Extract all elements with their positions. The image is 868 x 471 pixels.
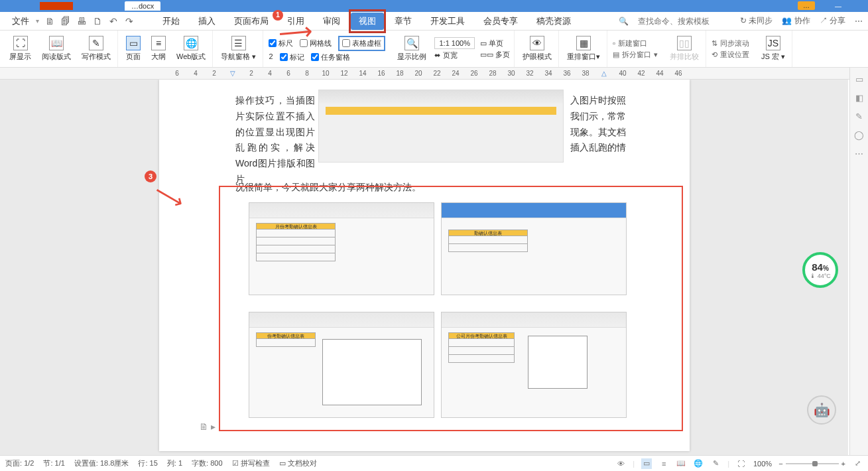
save-icon[interactable]: 🗎 <box>44 16 55 27</box>
status-doc-proof[interactable]: ▭ 文档校对 <box>279 458 317 468</box>
undo-icon[interactable]: ↶ <box>108 16 119 27</box>
new-window-button[interactable]: ▫ 新建窗口 <box>613 38 658 48</box>
document-tab[interactable]: …docx <box>125 1 160 11</box>
embedded-image-top[interactable] <box>318 90 564 163</box>
annotation-badge-3: 3 <box>145 170 156 182</box>
app-logo <box>40 2 73 10</box>
embedded-screenshot-4[interactable]: 公司月份考勤确认信息表 <box>441 312 627 418</box>
ribbon: ⛶屏显示 📖阅读版式 ✎写作模式 ▭页面 ≡大纲 🌐Web版式 ☰导航窗格 ▾ … <box>0 31 868 68</box>
document-page[interactable]: 操作技巧，当插图片实际位置不插入的位置显出现图片乱跑的实，解决 Word图片排版… <box>159 80 690 451</box>
tab-view[interactable]: 视图 <box>351 13 384 30</box>
minimize-icon[interactable]: — <box>835 3 841 10</box>
gridlines-checkbox[interactable]: 网格线 <box>300 36 332 51</box>
collab-button[interactable]: 👥 协作 <box>782 15 810 27</box>
js-macro-button[interactable]: JSJS 宏 ▾ <box>759 34 788 63</box>
display-options: 标尺 网格线 表格虚框 2 标记 任务窗格 <box>265 34 389 64</box>
split-window-button[interactable]: ▤ 拆分窗口▾ <box>613 50 658 60</box>
sidebar-select-icon[interactable]: ▭ <box>853 73 865 85</box>
page-indicator-icon: 🗎 ▸ <box>199 421 216 432</box>
zoom-ratio-button[interactable]: 🔍显示比例 <box>395 34 429 63</box>
title-bar: …docx … — <box>0 0 868 12</box>
print-preview-icon[interactable]: 🗋 <box>92 16 103 27</box>
status-ruler-setting: 设置值: 18.8厘米 <box>74 458 129 468</box>
reset-position-button: ⟲ 重设位置 <box>712 50 749 60</box>
window-controls: — <box>835 0 841 12</box>
tab-member[interactable]: 会员专享 <box>475 13 526 30</box>
status-spellcheck[interactable]: ☑ 拼写检查 <box>232 458 270 468</box>
print-icon[interactable]: 🖶 <box>76 16 87 27</box>
tab-resources[interactable]: 稿壳资源 <box>528 13 579 30</box>
tab-start[interactable]: 开始 <box>155 13 188 30</box>
tab-dev-tools[interactable]: 开发工具 <box>422 13 473 30</box>
single-page-button[interactable]: ▭ 单页 <box>480 38 510 48</box>
table-frame-checkbox[interactable]: 表格虚框 <box>338 36 385 51</box>
sidebar-shapes-icon[interactable]: ◯ <box>853 129 865 141</box>
sync-status[interactable]: ↻ 未同步 <box>740 15 773 27</box>
zoom-percent[interactable]: 100% <box>753 460 772 468</box>
view-read-icon[interactable]: 📖 <box>676 458 686 469</box>
file-menu[interactable]: 文件 <box>5 13 36 30</box>
tab-page-layout[interactable]: 页面布局 1 <box>226 13 277 30</box>
fullscreen-button[interactable]: ⛶屏显示 <box>7 34 34 63</box>
multi-page-button[interactable]: ▭▭ 多页 <box>480 50 510 60</box>
search-icon: 🔍 <box>619 17 629 26</box>
assistant-widget[interactable]: 🤖 <box>807 395 836 425</box>
premium-badge[interactable]: … <box>798 1 815 10</box>
write-mode-button[interactable]: ✎写作模式 <box>79 34 113 63</box>
view-write-icon[interactable]: ✎ <box>710 458 721 469</box>
zoom-in-icon[interactable]: + <box>841 460 845 468</box>
nav-pane-button[interactable]: ☰导航窗格 ▾ <box>218 34 259 63</box>
status-word-count[interactable]: 字数: 800 <box>192 458 222 468</box>
body-text-right: 入图片时按照我们示，常常现象。其文档插入乱跑的情 <box>570 93 630 156</box>
right-sidebar: ▭ ◧ ✎ ◯ ⋯ <box>849 68 868 455</box>
quick-access-toolbar: 🗎 🗐 🖶 🗋 ↶ ↷ <box>44 16 135 27</box>
compare-button: ▯▯并排比较 <box>667 34 702 63</box>
document-area: 操作技巧，当插图片实际位置不插入的位置显出现图片乱跑的实，解决 Word图片排版… <box>0 80 848 455</box>
sync-scroll-button: ⇅ 同步滚动 <box>712 38 749 48</box>
tab-sections[interactable]: 章节 <box>387 13 420 30</box>
embedded-screenshot-2[interactable]: 勤确认信息表 <box>441 202 627 295</box>
embedded-screenshot-3[interactable]: 份考勤确认信息表 <box>249 312 434 418</box>
page-view-button[interactable]: ▭页面 <box>123 34 143 63</box>
more-icon[interactable]: ⋯ <box>855 17 863 26</box>
view-outline-icon[interactable]: ≡ <box>658 458 669 469</box>
tab-insert[interactable]: 插入 <box>190 13 223 30</box>
command-search-input[interactable] <box>638 17 731 26</box>
outline-view-button[interactable]: ≡大纲 <box>149 34 168 63</box>
save-as-icon[interactable]: 🗐 <box>60 16 71 27</box>
ruler-checkbox[interactable]: 标尺 <box>269 36 293 51</box>
annotation-badge-2: 2 <box>269 52 273 62</box>
eye-icon[interactable]: 👁 <box>615 458 626 469</box>
page-width-button[interactable]: ⬌ 页宽 <box>434 50 475 60</box>
arrange-windows-button[interactable]: ▦重排窗口▾ <box>564 34 603 63</box>
zoom-out-icon[interactable]: − <box>778 460 782 468</box>
sidebar-more-icon[interactable]: ⋯ <box>853 147 865 159</box>
zoom-value[interactable]: 1:1 100% <box>434 37 475 49</box>
read-mode-button[interactable]: 📖阅读版式 <box>39 34 74 63</box>
redo-icon[interactable]: ↷ <box>124 16 135 27</box>
menu-bar: 文件 ▾ 🗎 🗐 🖶 🗋 ↶ ↷ 开始 插入 页面布局 1 引用 审阅 视图 章… <box>0 12 868 31</box>
task-pane-checkbox[interactable]: 任务窗格 <box>311 52 350 62</box>
web-view-button[interactable]: 🌐Web版式 <box>174 34 208 63</box>
ribbon-tabs: 开始 插入 页面布局 1 引用 审阅 视图 章节 开发工具 会员专享 稿壳资源 <box>155 13 579 30</box>
status-page[interactable]: 页面: 1/2 <box>5 458 34 468</box>
status-bar: 页面: 1/2 节: 1/1 设置值: 18.8厘米 行: 15 列: 1 字数… <box>0 455 868 471</box>
tab-review[interactable]: 审阅 <box>315 13 348 30</box>
share-button[interactable]: ↗ 分享 <box>820 15 845 27</box>
view-web-icon[interactable]: 🌐 <box>693 458 704 469</box>
marks-checkbox[interactable]: 标记 <box>280 52 304 62</box>
expand-icon[interactable]: ⤢ <box>852 458 863 469</box>
status-section: 节: 1/1 <box>43 458 64 468</box>
body-text-left: 操作技巧，当插图片实际位置不插入的位置显出现图片乱跑的实，解决 Word图片排版… <box>235 93 315 188</box>
status-column: 列: 1 <box>167 458 182 468</box>
embedded-screenshot-1[interactable]: 月份考勤确认信息表 <box>249 202 434 295</box>
sidebar-tools-icon[interactable]: ✎ <box>853 110 865 122</box>
zoom-slider[interactable]: − + <box>778 460 845 468</box>
status-line: 行: 15 <box>138 458 157 468</box>
horizontal-ruler[interactable]: 642 ▽ 246 81012 141618 202224 262830 323… <box>0 68 868 80</box>
performance-widget[interactable]: 84% 🌡 44°C <box>802 252 838 288</box>
eyecare-button[interactable]: 👁护眼模式 <box>520 34 554 63</box>
fit-page-icon[interactable]: ⛶ <box>736 458 747 469</box>
sidebar-style-icon[interactable]: ◧ <box>853 92 865 103</box>
view-page-icon[interactable]: ▭ <box>641 458 652 469</box>
